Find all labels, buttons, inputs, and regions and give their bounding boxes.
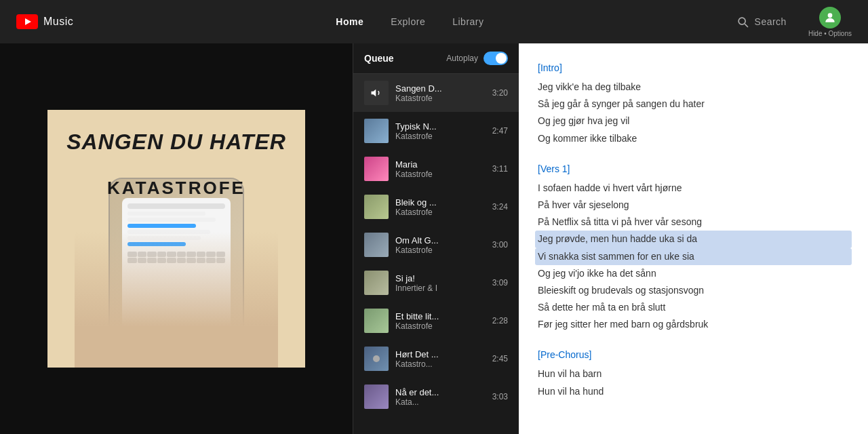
queue-item-thumb bbox=[364, 309, 389, 333]
lyrics-line: Så jeg går å synger på sangen du hater bbox=[538, 96, 849, 113]
queue-item-artist: Katastrofe bbox=[395, 245, 486, 255]
search-label: Search bbox=[755, 16, 787, 27]
queue-item-duration: 3:24 bbox=[492, 202, 508, 212]
album-cover: SANGEN DU HATER KATASTROFE bbox=[47, 110, 305, 368]
queue-item-artist: Katastrofe bbox=[395, 321, 486, 331]
lyrics-line: På hver vår sjeselong bbox=[538, 197, 849, 214]
lyrics-line: Og kommer ikke tilbake bbox=[538, 130, 849, 147]
top-navigation: Music Home Explore Library Search Hide •… bbox=[0, 0, 868, 43]
lyrics-section-prechorus: [Pre-Chorus] bbox=[538, 349, 849, 360]
queue-item-artist: Katastrofe bbox=[395, 132, 486, 141]
main-content: SANGEN DU HATER KATASTROFE bbox=[0, 43, 868, 434]
queue-item-thumb bbox=[364, 119, 389, 143]
queue-item[interactable]: Hørt Det ... Katastro... 2:45 bbox=[353, 340, 519, 378]
person-icon bbox=[823, 11, 837, 24]
lyrics-line: Hun vil ha barn bbox=[538, 366, 849, 382]
queue-item[interactable]: Et bitte lit... Katastrofe 2:28 bbox=[353, 302, 519, 340]
youtube-icon bbox=[16, 14, 38, 29]
queue-item-info: Maria Katastrofe bbox=[395, 159, 486, 179]
queue-item-info: Et bitte lit... Katastrofe bbox=[395, 311, 486, 331]
lyrics-panel: [Intro] Jeg vikk'e ha deg tilbake Så jeg… bbox=[519, 43, 868, 434]
queue-item[interactable]: Bleik og ... Katastrofe 3:24 bbox=[353, 188, 519, 226]
search-area[interactable]: Search bbox=[736, 15, 787, 28]
queue-item[interactable]: Typisk N... Katastrofe 2:47 bbox=[353, 112, 519, 150]
queue-item[interactable]: Om Alt G... Katastrofe 3:00 bbox=[353, 226, 519, 264]
queue-item-title: Typisk N... bbox=[395, 121, 486, 132]
queue-item-duration: 3:20 bbox=[492, 88, 508, 98]
queue-item-title: Hørt Det ... bbox=[395, 349, 486, 359]
queue-item-title: Sangen D... bbox=[395, 83, 486, 94]
queue-item-duration: 2:28 bbox=[492, 316, 508, 326]
svg-point-2 bbox=[828, 13, 833, 18]
svg-marker-3 bbox=[372, 90, 376, 97]
nav-library[interactable]: Library bbox=[441, 11, 494, 33]
album-art-area: SANGEN DU HATER KATASTROFE bbox=[0, 43, 353, 434]
queue-item-info: Sangen D... Katastrofe bbox=[395, 83, 486, 103]
queue-item-duration: 3:09 bbox=[492, 278, 508, 288]
queue-item-thumb bbox=[364, 233, 389, 257]
lyrics-line-highlighted: Jeg prøvde, men hun hadde uka si da bbox=[535, 231, 852, 248]
queue-item-thumb bbox=[364, 195, 389, 219]
queue-item-thumb bbox=[364, 347, 389, 371]
lyrics-section-vers1: [Vers 1] bbox=[538, 163, 849, 174]
lyrics-line: På Netflix så titta vi på hver vår seson… bbox=[538, 214, 849, 231]
queue-item[interactable]: Si ja! Innertier & I 3:09 bbox=[353, 264, 519, 302]
queue-item-duration: 3:03 bbox=[492, 392, 508, 401]
queue-item-title: Om Alt G... bbox=[395, 235, 486, 245]
queue-item-thumb bbox=[364, 384, 389, 409]
queue-item[interactable]: Sangen D... Katastrofe 3:20 bbox=[353, 74, 519, 112]
autoplay-toggle[interactable] bbox=[484, 52, 508, 65]
autoplay-area: Autoplay bbox=[446, 52, 508, 65]
queue-item-artist: Katastrofe bbox=[395, 94, 486, 103]
lyrics-line-highlighted: Vi snakka sist sammen for en uke sia bbox=[535, 248, 852, 265]
lyrics-line: Bleieskift og brudevals og stasjonsvogn bbox=[538, 282, 849, 299]
hide-options-label[interactable]: Hide • Options bbox=[808, 30, 852, 37]
queue-item-info: Si ja! Innertier & I bbox=[395, 273, 486, 293]
autoplay-label: Autoplay bbox=[446, 54, 478, 63]
lyrics-line: Hun vil ha hund bbox=[538, 383, 849, 400]
queue-item-info: Bleik og ... Katastrofe bbox=[395, 197, 486, 217]
lyrics-line: Før jeg sitter her med barn og gårdsbruk bbox=[538, 316, 849, 333]
queue-item-duration: 3:00 bbox=[492, 240, 508, 250]
queue-panel: Queue Autoplay Sangen D... Ka bbox=[353, 43, 519, 434]
queue-list: Sangen D... Katastrofe 3:20 Typisk N... … bbox=[353, 74, 519, 434]
lyrics-spacer bbox=[538, 147, 849, 161]
queue-item-title: Bleik og ... bbox=[395, 197, 486, 208]
logo[interactable]: Music bbox=[16, 14, 73, 29]
queue-item-info: Om Alt G... Katastrofe bbox=[395, 235, 486, 255]
queue-item-artist: Katastro... bbox=[395, 359, 486, 369]
album-artist: KATASTROFE bbox=[61, 178, 292, 199]
lyrics-section-intro: [Intro] bbox=[538, 62, 849, 73]
queue-item-info: Typisk N... Katastrofe bbox=[395, 121, 486, 141]
lyrics-line: Og jeg gjør hva jeg vil bbox=[538, 113, 849, 130]
queue-item-duration: 2:47 bbox=[492, 126, 508, 136]
nav-explore[interactable]: Explore bbox=[380, 11, 436, 33]
queue-item-title: Si ja! bbox=[395, 273, 486, 283]
avatar[interactable] bbox=[819, 7, 841, 28]
nav-home[interactable]: Home bbox=[325, 11, 374, 33]
search-icon bbox=[736, 15, 749, 28]
queue-item-duration: 3:11 bbox=[492, 164, 508, 174]
queue-item[interactable]: Nå er det... Kata... 3:03 bbox=[353, 378, 519, 416]
nav-links: Home Explore Library bbox=[106, 11, 713, 33]
queue-item-title: Nå er det... bbox=[395, 387, 486, 397]
queue-item-artist: Kata... bbox=[395, 397, 486, 407]
queue-item[interactable]: Maria Katastrofe 3:11 bbox=[353, 150, 519, 188]
user-avatar-area[interactable]: Hide • Options bbox=[808, 7, 852, 37]
queue-item-artist: Katastrofe bbox=[395, 170, 486, 179]
queue-header: Queue Autoplay bbox=[353, 43, 519, 74]
album-title: SANGEN DU HATER bbox=[61, 130, 292, 154]
lyrics-line: Jeg vikk'e ha deg tilbake bbox=[538, 79, 849, 96]
lyrics-spacer bbox=[538, 333, 849, 347]
queue-item-thumb bbox=[364, 81, 389, 105]
volume-icon bbox=[370, 87, 382, 99]
queue-item-thumb bbox=[364, 157, 389, 181]
queue-item-title: Et bitte lit... bbox=[395, 311, 486, 321]
queue-item-artist: Innertier & I bbox=[395, 283, 486, 293]
lyrics-line: Og jeg vi'jo ikke ha det sånn bbox=[538, 265, 849, 282]
queue-item-title: Maria bbox=[395, 159, 486, 170]
lyrics-line: Så dette her må ta en brå slutt bbox=[538, 299, 849, 316]
queue-item-thumb bbox=[364, 271, 389, 295]
lyrics-line: I sofaen hadde vi hvert vårt hjørne bbox=[538, 180, 849, 197]
logo-text: Music bbox=[43, 16, 73, 28]
